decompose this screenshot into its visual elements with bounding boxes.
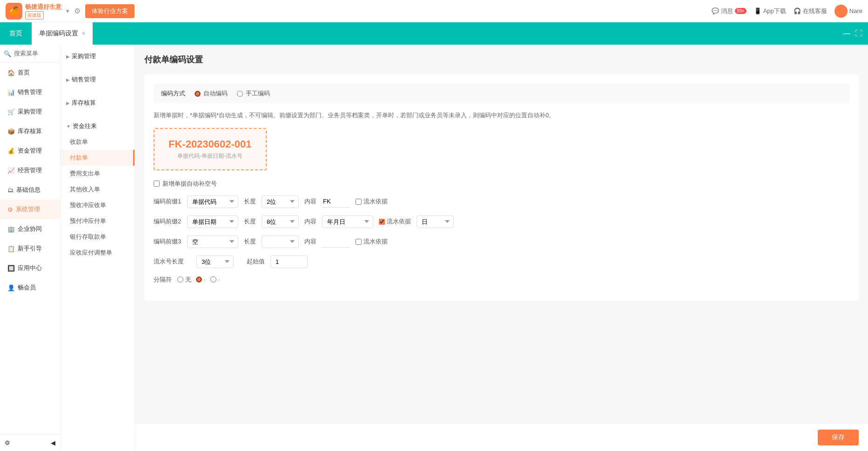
- prefix2-content-select[interactable]: 年月日 年月 年: [322, 215, 373, 228]
- nav-actions: — ⛶: [843, 29, 868, 38]
- prefix2-length-label: 长度: [244, 217, 256, 226]
- sidebar-item-guide-label: 新手引导: [18, 244, 42, 253]
- trial-button[interactable]: 体验行业方案: [85, 4, 135, 18]
- sec-item-prepay-receivable[interactable]: 预收冲应收单: [61, 197, 135, 213]
- sidebar-item-system[interactable]: ⚙ 系统管理: [0, 200, 60, 219]
- sec-header-inventory[interactable]: ▶ 库存核算: [61, 95, 135, 111]
- sec-item-prepay-payable[interactable]: 预付冲应付单: [61, 213, 135, 229]
- sec-header-purchase[interactable]: ▶ 采购管理: [61, 48, 135, 64]
- prefix1-serial-checkbox-label[interactable]: 流水依据: [356, 197, 388, 206]
- sidebar-item-member[interactable]: 👤 畅会员: [0, 278, 60, 297]
- auto-code-radio-label[interactable]: 自动编码: [195, 89, 228, 98]
- prefix3-serial-checkbox[interactable]: [356, 239, 362, 245]
- sec-item-bank-deposit[interactable]: 银行存取款单: [61, 229, 135, 245]
- sec-item-other-income[interactable]: 其他收入单: [61, 182, 135, 197]
- prefix3-content-input[interactable]: [322, 236, 350, 248]
- sec-item-payment[interactable]: 付款单: [61, 150, 135, 166]
- separator-none-label[interactable]: 无: [177, 276, 191, 284]
- prefix2-length-select[interactable]: 8位 6位 10位: [262, 215, 299, 228]
- logo-area: 🍊 畅捷通好生意 搭建版: [6, 3, 61, 20]
- sec-group-inventory: ▶ 库存核算: [61, 91, 135, 114]
- footer-settings-icon[interactable]: ⚙: [5, 439, 10, 446]
- secondary-sidebar: ▶ 采购管理 ▶ 销售管理 ▶ 库存核算 ▼ 资金往来 收款单: [61, 45, 135, 451]
- preview-code: FK-20230602-001: [168, 138, 252, 150]
- sidebar-item-sales[interactable]: 📊 销售管理: [0, 82, 60, 102]
- topbar-settings-icon[interactable]: ⚙: [74, 7, 81, 15]
- prefix1-content-input[interactable]: [322, 195, 350, 208]
- sidebar-item-inventory-label: 库存核算: [18, 127, 42, 135]
- nav-expand-icon[interactable]: ⛶: [855, 29, 862, 38]
- start-value-label: 起始值: [247, 257, 265, 266]
- sidebar-item-appcenter[interactable]: 🔲 应用中心: [0, 258, 60, 278]
- member-icon: 👤: [7, 284, 15, 291]
- topbar-chevron-icon[interactable]: ▾: [66, 7, 69, 14]
- logo-text: 畅捷通好生意 搭建版: [25, 3, 61, 20]
- auto-code-radio[interactable]: [195, 91, 201, 97]
- auto-fill-checkbox[interactable]: [154, 181, 160, 187]
- sec-item-receipt-label: 收款单: [70, 138, 88, 145]
- sidebar-item-enterprise[interactable]: 🏢 企业协同: [0, 219, 60, 239]
- sidebar-search[interactable]: 🔍 搜索菜单: [0, 45, 60, 63]
- prefix2-serial-unit-select[interactable]: 日 月 年: [417, 215, 454, 228]
- bottom-bar: 保存: [135, 423, 868, 451]
- chevron-capital-icon: ▼: [66, 124, 71, 129]
- prefix2-select[interactable]: 单据日期 单据代码 部门 业务员 空: [187, 215, 238, 228]
- tab-close-icon[interactable]: ×: [82, 30, 85, 37]
- sec-header-capital[interactable]: ▼ 资金往来: [61, 118, 135, 134]
- prefix1-select[interactable]: 单据代码 单据日期 部门 业务员 空: [187, 195, 238, 208]
- sidebar-item-inventory[interactable]: 📦 库存核算: [0, 121, 60, 141]
- serial-length-label: 流水号长度: [154, 257, 191, 266]
- prefix2-serial-checkbox-label[interactable]: 流水依据: [379, 217, 411, 226]
- sidebar-item-guide[interactable]: 📋 新手引导: [0, 239, 60, 258]
- manual-code-radio[interactable]: [237, 91, 243, 97]
- sec-header-sales[interactable]: ▶ 销售管理: [61, 72, 135, 88]
- sidebar-item-operations[interactable]: 📈 经营管理: [0, 161, 60, 180]
- prefix3-serial-checkbox-label[interactable]: 流水依据: [356, 237, 388, 246]
- prefix3-select[interactable]: 空 单据代码 单据日期 部门 业务员: [187, 236, 238, 248]
- sec-item-receipt[interactable]: 收款单: [61, 134, 135, 150]
- app-download-item[interactable]: 📱 App下载: [754, 7, 786, 15]
- prefix2-serial-label: 流水依据: [387, 217, 411, 226]
- sidebar-item-appcenter-label: 应用中心: [18, 264, 42, 272]
- inventory-icon: 📦: [7, 128, 15, 135]
- logo-icon: 🍊: [6, 3, 22, 20]
- sidebar-item-purchase[interactable]: 🛒 采购管理: [0, 102, 60, 121]
- sidebar-item-finance[interactable]: 💰 资金管理: [0, 141, 60, 161]
- separator-none-radio[interactable]: [177, 276, 183, 283]
- tab-home[interactable]: 首页: [0, 22, 32, 45]
- separator-dot-label[interactable]: ·: [196, 276, 206, 283]
- separator-dash-radio[interactable]: [210, 276, 216, 283]
- separator-dash-label[interactable]: ·: [210, 276, 220, 283]
- prefix3-length-select[interactable]: [262, 236, 299, 248]
- user-area[interactable]: Nare: [834, 5, 862, 18]
- separator-dot-text: ·: [204, 276, 206, 283]
- online-service-item[interactable]: 🎧 在线客服: [794, 7, 827, 15]
- manual-code-radio-label[interactable]: 手工编码: [237, 89, 270, 98]
- auto-fill-row: 新增单据自动补空号: [154, 180, 849, 188]
- prefix1-length-select[interactable]: 2位 4位: [262, 195, 299, 208]
- preview-desc: 单据代码-单据日期-流水号: [168, 152, 252, 160]
- start-value-input[interactable]: [270, 256, 308, 268]
- sec-group-capital: ▼ 资金往来 收款单 付款单 费用支出单 其他收入单 预收冲应收单 预付冲应付单: [61, 114, 135, 264]
- auto-fill-label: 新增单据自动补空号: [162, 180, 217, 188]
- sec-item-receivable-adjust[interactable]: 应收应付调整单: [61, 245, 135, 261]
- service-icon: 🎧: [794, 7, 801, 14]
- content-wrapper: 付款单编码设置 编码方式 自动编码 手工编码 新增单据时，*单据编码*自动生成，…: [135, 45, 868, 451]
- sidebar-item-basic[interactable]: 🗂 基础信息: [0, 180, 60, 200]
- sidebar-item-home[interactable]: 🏠 首页: [0, 63, 60, 82]
- footer-collapse-icon[interactable]: ◀: [51, 439, 55, 446]
- prefix2-serial-checkbox[interactable]: [379, 219, 385, 225]
- app-download-icon: 📱: [754, 7, 761, 14]
- separator-dot-radio[interactable]: [196, 276, 202, 283]
- nav-minimize-icon[interactable]: —: [843, 29, 850, 38]
- sec-item-expense[interactable]: 费用支出单: [61, 166, 135, 182]
- prefix1-serial-checkbox[interactable]: [356, 199, 362, 205]
- save-button[interactable]: 保存: [818, 430, 859, 445]
- message-item[interactable]: 💬 消息 99+: [712, 7, 747, 15]
- serial-length-select[interactable]: 3位 4位 5位 6位: [196, 256, 234, 268]
- tab-serial-config[interactable]: 单据编码设置 ×: [32, 22, 93, 45]
- prefix2-content-label: 内容: [304, 217, 316, 226]
- topbar-right: 💬 消息 99+ 📱 App下载 🎧 在线客服 Nare: [712, 5, 862, 18]
- sec-item-payment-label: 付款单: [70, 154, 88, 161]
- desc-text: 新增单据时，*单据编码*自动生成，不可编辑。前缀设置为部门、业务员等档案类，开单…: [154, 111, 849, 121]
